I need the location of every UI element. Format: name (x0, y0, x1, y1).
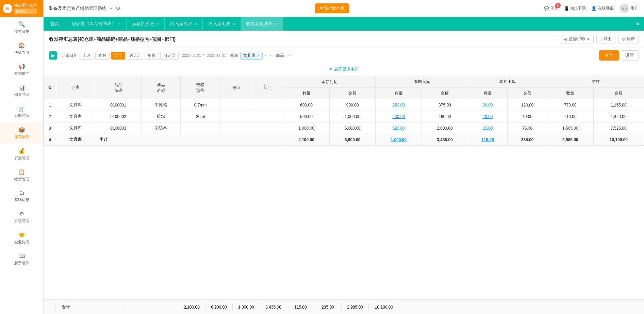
goods-filter-item: 商品 ··· (276, 52, 293, 59)
sidebar-item-5[interactable]: 📦库存核算 (0, 122, 43, 144)
subtotal-label: 小计 (95, 134, 283, 146)
tab-4[interactable]: 出入库汇总✕ (203, 17, 241, 31)
expand-conditions-button[interactable]: ▼ 展开更多条件 (329, 66, 359, 72)
print-button[interactable]: 🖨 拨键打印 ▼ (560, 35, 594, 44)
data-table: ⚙ 仓库 商品编码 商品名称 规格型号 项目 部门 库存期初 本期入库 本期出库… (44, 76, 644, 146)
date-filter-item: 记账日期 上月本月本年近7天更多自定义 2023-01-01 至 2023-12… (61, 52, 226, 60)
row-goods-code-1: 0100002 (95, 111, 142, 122)
table-settings-header[interactable]: ⚙ (44, 76, 56, 99)
refresh-button[interactable]: ↻ 刷新 (618, 35, 639, 44)
page-title: 收发存汇总表(按仓库+商品编码+商品+规格型号+项目+部门) (49, 36, 176, 43)
row-opening-qty-1: 500.00 (283, 111, 330, 122)
sidebar-icon-10: 🤝 (18, 232, 25, 238)
row-closing-qty-0: 770.00 (547, 99, 594, 111)
tab-5[interactable]: 收发存汇总表✕ (241, 17, 283, 31)
date-btn-1[interactable]: 本月 (95, 52, 110, 60)
row-out-qty-2[interactable]: 15.00 (468, 122, 508, 134)
main-content: 装备及固定资产辅助管理系统 ▼ ⚙ 体验行业方案 💬 6 消息 📱 App下载 … (44, 0, 644, 314)
row-in-qty-0[interactable]: 250.00 (376, 99, 422, 111)
sidebar-item-7[interactable]: 📋经营管理 (0, 165, 43, 186)
tab-close-4[interactable]: ✕ (232, 22, 235, 26)
row-out-qty-0[interactable]: 80.00 (468, 99, 508, 111)
online-service-label: 在线客服 (598, 5, 614, 11)
date-btn-0[interactable]: 上月 (80, 52, 94, 60)
user-wrap[interactable]: Ea 用户 (620, 4, 639, 13)
sidebar-item-2[interactable]: 📢营销推广 (0, 59, 43, 80)
tab-label-5: 收发存汇总表 (246, 21, 273, 27)
subtotal-out-qty[interactable]: 115.00 (468, 134, 508, 146)
tab-close-1[interactable]: ✕ (118, 22, 121, 26)
row-in-amt-1: 460.00 (422, 111, 468, 122)
online-service-wrap[interactable]: 👤 在线客服 (591, 5, 614, 11)
sidebar-label-10: 企业协同 (14, 239, 29, 245)
header-settings-btn[interactable]: ⚙ (116, 5, 120, 12)
subtotal-closing-amt: 10,100.00 (593, 134, 644, 146)
row-opening-amt-2: 5,000.00 (329, 122, 376, 134)
search-button[interactable]: 查询 (599, 50, 619, 61)
print-dropdown-icon: ▼ (587, 37, 590, 41)
table-in-amt-header: 金额 (422, 88, 468, 99)
filter-expand-row: ▼ 展开更多条件 (44, 64, 644, 76)
header-right: 💬 6 消息 📱 App下载 👤 在线客服 Ea 用户 (544, 4, 639, 13)
sidebar-item-0[interactable]: 🔍搜索菜单 (0, 17, 43, 38)
tab-close-3[interactable]: ✕ (194, 22, 197, 26)
goods-more[interactable]: ··· (286, 52, 293, 59)
row-goods-name-1: 胶水 (141, 111, 180, 122)
sidebar-item-3[interactable]: 📊销售管理 (0, 80, 43, 101)
settings-button[interactable]: 设置 (621, 50, 639, 61)
sidebar-item-8[interactable]: 🗂基础信息 (0, 186, 43, 206)
row-out-amt-1: 40.00 (508, 111, 547, 122)
subtotal-out-amt: 235.00 (508, 134, 547, 146)
footer-closing-qty: 2,985.00 (342, 303, 369, 311)
tabs-bar-close[interactable]: ✕ (631, 21, 644, 27)
user-avatar: Ea (620, 4, 629, 13)
sidebar-logo: 6 畅捷通好生意 标准版 (0, 0, 43, 17)
subtotal-in-qty[interactable]: 1,000.00 (376, 134, 422, 146)
sidebar-item-11[interactable]: 📖新手引导 (0, 249, 43, 270)
date-btn-5[interactable]: 自定义 (160, 52, 179, 60)
tab-close-5[interactable]: ✕ (275, 22, 278, 26)
user-label: 用户 (630, 5, 639, 11)
trial-button[interactable]: 体验行业方案 (315, 3, 349, 13)
table-out-qty-header: 数量 (468, 88, 508, 99)
export-button[interactable]: ↑ 导出 (596, 35, 615, 44)
footer-closing-amt: 10,100.00 (369, 303, 399, 311)
row-closing-amt-1: 1,420.00 (593, 111, 644, 122)
message-icon-wrap[interactable]: 💬 6 消息 (544, 5, 559, 11)
tab-3[interactable]: 出入库流水✕ (165, 17, 203, 31)
app-download-wrap[interactable]: 📱 App下载 (564, 5, 586, 11)
row-no-2: 3 (44, 122, 56, 134)
row-out-amt-2: 75.00 (508, 122, 547, 134)
table-out-amt-header: 金额 (508, 88, 547, 99)
sidebar-item-9[interactable]: ⚙系统管理 (0, 206, 43, 228)
footer-spacer (44, 303, 56, 311)
date-btn-3[interactable]: 近7天 (127, 52, 143, 60)
tab-1[interactable]: 现存量（库存分布表）✕ (66, 17, 127, 31)
sidebar-item-6[interactable]: 💰资金管理 (0, 144, 43, 165)
date-btn-4[interactable]: 更多 (145, 52, 159, 60)
sidebar-item-1[interactable]: 🏠快捷导航 (0, 38, 43, 59)
sidebar-item-4[interactable]: 🛒采购管理 (0, 101, 43, 122)
filter-toggle-button[interactable]: ▶ (49, 51, 57, 60)
warehouse-filter-label: 仓库 (230, 53, 238, 59)
row-in-qty-1[interactable]: 230.00 (376, 111, 422, 122)
app-header: 装备及固定资产辅助管理系统 ▼ ⚙ 体验行业方案 💬 6 消息 📱 App下载 … (44, 0, 644, 17)
row-closing-qty-1: 710.00 (547, 111, 594, 122)
row-out-qty-1[interactable]: 20.00 (468, 111, 508, 122)
sidebar-icon-6: 💰 (18, 148, 25, 154)
footer-project (144, 306, 161, 309)
date-btn-2[interactable]: 本年 (111, 52, 125, 60)
sidebar-item-10[interactable]: 🤝企业协同 (0, 228, 43, 249)
warehouse-more[interactable]: ··· (265, 52, 272, 59)
sidebar-label-4: 采购管理 (14, 113, 29, 118)
tab-label-1: 现存量（库存分布表） (72, 21, 116, 27)
app-download-label: App下载 (571, 5, 586, 11)
warehouse-tag-remove[interactable]: ✕ (257, 54, 260, 57)
tab-2[interactable]: 库存批次账✕ (127, 17, 165, 31)
row-in-qty-2[interactable]: 520.00 (376, 122, 422, 134)
subtotal-warehouse: 文具库 (56, 134, 95, 146)
sidebar-icon-3: 📊 (18, 84, 25, 91)
tab-0[interactable]: 首页 (44, 17, 66, 31)
table-department-header: 部门 (252, 76, 283, 99)
tab-close-2[interactable]: ✕ (156, 22, 159, 26)
